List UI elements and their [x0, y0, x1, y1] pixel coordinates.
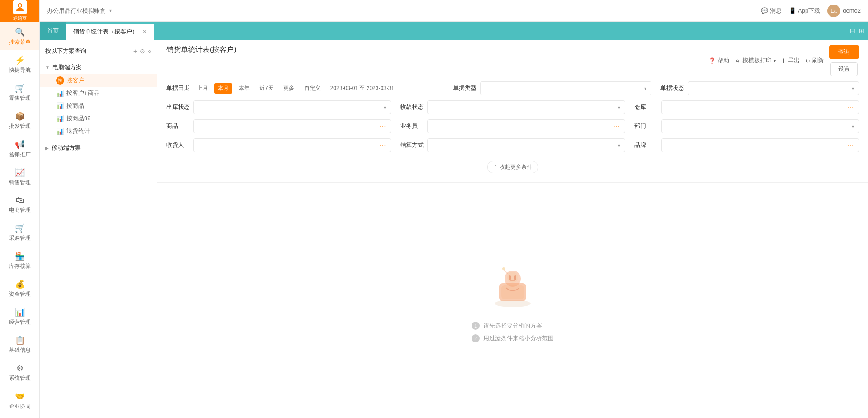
help-btn[interactable]: ❓ 帮助: [708, 57, 729, 65]
sidebar-item-finance[interactable]: 💰 资金管理: [0, 274, 39, 302]
date-tab-custom[interactable]: 自定义: [301, 83, 324, 94]
message-btn[interactable]: 💬 消息: [761, 7, 782, 15]
tree-child-by-goods-99[interactable]: 📊 按商品99: [40, 112, 157, 125]
sidebar-label-sales: 销售管理: [9, 179, 31, 186]
right-panel: 销货单统计表(按客户) ❓ 帮助 🖨 按模板打印 ▾ ⬇: [157, 40, 868, 418]
marketing-icon: 📢: [15, 139, 25, 149]
sidebar-item-basic[interactable]: 📋 基础信息: [0, 330, 39, 358]
tree-child-by-goods[interactable]: 📊 按商品: [40, 100, 157, 112]
goods-control[interactable]: ···: [193, 119, 391, 133]
settings-scheme-btn[interactable]: ⊙: [140, 48, 145, 55]
tree-parent-desktop[interactable]: ▼ 电脑端方案: [40, 61, 157, 74]
date-tab-this-year[interactable]: 本年: [235, 83, 253, 94]
settlement-control[interactable]: ▾: [427, 138, 625, 152]
empty-tip-1: 1 请先选择要分析的方案: [472, 322, 554, 330]
tab-close-icon[interactable]: ✕: [142, 28, 147, 35]
date-tab-last-7[interactable]: 近7天: [256, 83, 277, 94]
basic-icon: 📋: [15, 335, 25, 345]
goods-label: 商品: [166, 122, 193, 130]
logo-area[interactable]: 标题页: [0, 0, 39, 22]
salesperson-label: 业务员: [400, 122, 427, 130]
header-right: 💬 消息 📱 App下载 Ea demo2: [761, 5, 861, 17]
empty-state: 1 请先选择要分析的方案 2 用过滤条件来缩小分析范围: [157, 183, 868, 418]
sidebar-item-newbie[interactable]: 🌟 新手引导: [0, 414, 39, 418]
empty-illustration: [486, 258, 540, 313]
ecommerce-icon: 🛍: [16, 195, 24, 205]
date-tabs: 上月 本月 本年 近7天 更多 自定义 2023-03-01 至 2023-03…: [193, 83, 394, 94]
sidebar-item-search-menu[interactable]: 🔍 搜索菜单: [0, 22, 39, 50]
sidebar-item-system[interactable]: ⚙ 系统管理: [0, 358, 39, 386]
doc-type-control[interactable]: ▾: [480, 81, 651, 95]
tab-home[interactable]: 首页: [40, 22, 66, 40]
sidebar-label-search: 搜索菜单: [9, 38, 31, 46]
query-button[interactable]: 查询: [829, 45, 859, 59]
enterprise-icon: 🤝: [15, 391, 25, 401]
warehouse-control[interactable]: ···: [661, 100, 859, 114]
tree-child-by-customer[interactable]: 按 按客户: [40, 74, 157, 87]
doc-type-dropdown-icon: ▾: [644, 86, 646, 91]
sidebar-item-enterprise[interactable]: 🤝 企业协同: [0, 386, 39, 414]
svg-rect-7: [509, 276, 511, 280]
left-panel: 按以下方案查询 + ⊙ « ▼ 电脑端方案 按 按客户 📊 按客: [40, 40, 157, 418]
tip-num-1: 1: [472, 322, 480, 330]
date-tab-more[interactable]: 更多: [280, 83, 298, 94]
industry-label[interactable]: 办公用品行业模拟账套: [47, 7, 106, 15]
receiver-control[interactable]: ···: [193, 138, 391, 152]
sidebar-item-retail[interactable]: 🛒 零售管理: [0, 78, 39, 106]
empty-tip-2: 2 用过滤条件来缩小分析范围: [472, 334, 554, 342]
settings-button[interactable]: 设置: [830, 62, 858, 76]
tree-child-goods-label: 按商品: [66, 102, 84, 110]
main-area: 办公用品行业模拟账套 ▾ 💬 消息 📱 App下载 Ea demo2 首页: [40, 0, 868, 418]
brand-control[interactable]: ···: [661, 138, 859, 152]
sidebar-item-quick-nav[interactable]: ⚡ 快捷导航: [0, 50, 39, 78]
salesperson-control[interactable]: ···: [427, 119, 625, 133]
export-icon: ⬇: [781, 57, 786, 64]
print-btn[interactable]: 🖨 按模板打印 ▾: [735, 57, 776, 65]
filter-doc-status: 单据状态 ▾: [660, 81, 859, 95]
sales-icon: 📈: [15, 167, 25, 177]
sidebar-item-sales[interactable]: 📈 销售管理: [0, 162, 39, 190]
filter-row-4: 收货人 ··· 结算方式 ▾: [166, 138, 859, 152]
receipt-status-control[interactable]: ▾: [427, 100, 625, 114]
tab-sales-stats-label: 销货单统计表（按客户）: [73, 28, 138, 36]
date-tab-this-month[interactable]: 本月: [214, 83, 232, 94]
sidebar-item-wholesale[interactable]: 📦 批发管理: [0, 106, 39, 134]
page-actions: ❓ 帮助 🖨 按模板打印 ▾ ⬇ 导出 ↻: [708, 57, 824, 65]
collapse-btn[interactable]: ⌃ 收起更多条件: [487, 161, 538, 173]
sidebar-item-ecommerce[interactable]: 🛍 电商管理: [0, 190, 39, 218]
doc-status-label: 单据状态: [660, 84, 688, 92]
tree-section-mobile: ▶ 移动端方案: [40, 139, 157, 157]
export-label: 导出: [788, 57, 800, 65]
sidebar-item-marketing[interactable]: 📢 营销推广: [0, 134, 39, 162]
export-btn[interactable]: ⬇ 导出: [781, 57, 800, 65]
out-status-control[interactable]: ▾: [193, 100, 391, 114]
filter-section: 单据日期 上月 本月 本年 近7天 更多 自定义 2023-03-01 至 20…: [157, 76, 868, 183]
department-dropdown-icon: ▾: [852, 124, 854, 129]
collapse-panel-btn[interactable]: «: [148, 48, 151, 55]
tab-maximize-icon[interactable]: ⊞: [859, 27, 864, 34]
tree-child-by-customer-goods[interactable]: 📊 按客户+商品: [40, 87, 157, 100]
doc-status-control[interactable]: ▾: [688, 81, 859, 95]
sidebar-item-purchase[interactable]: 🛒 采购管理: [0, 218, 39, 246]
sidebar-item-operations[interactable]: 📊 经营管理: [0, 302, 39, 330]
tab-sales-stats[interactable]: 销货单统计表（按客户） ✕: [66, 24, 154, 40]
warehouse-more-icon: ···: [847, 104, 854, 111]
user-profile-btn[interactable]: Ea demo2: [827, 5, 861, 17]
tab-minimize-icon[interactable]: ⊟: [850, 27, 855, 34]
tree-child-by-customer-label: 按客户: [67, 76, 85, 85]
filter-doc-type: 单据类型 ▾: [453, 81, 651, 95]
tree-parent-mobile[interactable]: ▶ 移动端方案: [40, 141, 157, 155]
quick-nav-icon: ⚡: [15, 55, 25, 65]
date-tab-last-month[interactable]: 上月: [193, 83, 212, 94]
industry-dropdown-icon[interactable]: ▾: [109, 8, 112, 13]
department-control[interactable]: ▾: [661, 119, 859, 133]
sidebar: 标题页 🔍 搜索菜单 ⚡ 快捷导航 🛒 零售管理 📦 批发管理 📢 营销推广 📈…: [0, 0, 40, 418]
by-goods-icon: 📊: [56, 102, 64, 109]
svg-point-11: [502, 267, 505, 270]
app-download-btn[interactable]: 📱 App下载: [789, 7, 820, 15]
tree-child-return-stats[interactable]: 📊 退货统计: [40, 125, 157, 138]
collapse-bar: ⌃ 收起更多条件: [166, 157, 859, 177]
refresh-btn[interactable]: ↻ 刷新: [805, 57, 824, 65]
add-scheme-btn[interactable]: +: [133, 48, 137, 55]
sidebar-item-inventory[interactable]: 🏪 库存核算: [0, 246, 39, 274]
